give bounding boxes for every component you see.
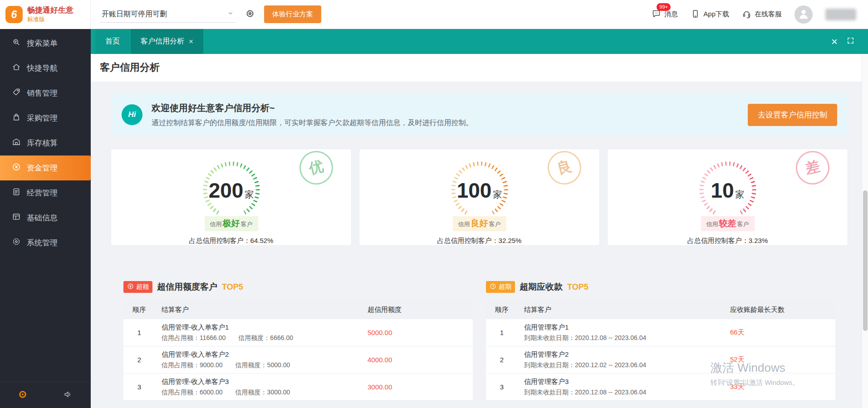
close-tab-icon[interactable]: × <box>189 37 193 46</box>
sidebar-item-label: 基础信息 <box>27 213 58 223</box>
sidebar-item-label: 搜索菜单 <box>27 38 58 49</box>
sidebar-item-purchase-mgmt[interactable]: 采购管理 <box>0 106 91 131</box>
over-credit-tag: 超额 <box>123 281 152 293</box>
page-header: 客户信用分析 <box>91 54 868 82</box>
share-of-controlled-customers: 占总信用控制客户：32.25% <box>437 237 522 245</box>
share-of-controlled-customers: 占总信用控制客户：64.52% <box>189 237 274 245</box>
grade-stamp: 差 <box>792 147 833 188</box>
customer-name: 信用管理-收入单客户1 <box>162 323 364 332</box>
account-set-select[interactable]: 开账日期可停用可删 <box>100 6 236 23</box>
customer-name: 信用管理客户1 <box>524 323 726 332</box>
app-download-button[interactable]: App下载 <box>691 9 729 20</box>
tab-home[interactable]: 首页 <box>95 29 130 54</box>
sidebar-item-basic-info[interactable]: 基础信息 <box>0 205 91 230</box>
fullscreen-icon[interactable] <box>847 37 854 46</box>
table-row[interactable]: 2 信用管理-收入单客户2 信用占用额：9000.00信用额度：5000.00 … <box>123 346 473 374</box>
over-credit-section: 超额 超信用额度客户 TOP5 顺序 结算客户 超信用额度 1 <box>123 281 473 401</box>
table-header-row: 顺序 结算客户 超信用额度 <box>123 300 473 319</box>
count-unit: 家 <box>493 189 502 199</box>
tab-label: 首页 <box>105 37 120 46</box>
purchase-icon <box>12 112 21 124</box>
setup-credit-control-button[interactable]: 去设置客户信用控制 <box>748 104 837 126</box>
online-service-button[interactable]: 在线客服 <box>742 9 782 20</box>
sidebar-item-search-menu[interactable]: 搜索菜单 <box>0 31 91 56</box>
excellent-credit-card: 200家 优 信用极好客户 占总信用控制客户：64.52% <box>111 149 352 246</box>
sales-icon <box>12 87 21 99</box>
hi-avatar: Hi <box>122 104 142 125</box>
search-menu-icon <box>12 38 21 49</box>
quick-nav-icon <box>12 63 21 74</box>
customer-count: 10 <box>711 179 734 202</box>
topbar: 开账日期可停用可删 体验行业方案 99+ 消息 App下载 在线客服 <box>91 0 868 29</box>
tab-customer-credit-analysis[interactable]: 客户信用分析 × <box>131 29 203 54</box>
overdue-tag: 超期 <box>486 281 515 293</box>
share-of-controlled-customers: 占总信用控制客户：3.23% <box>687 237 768 245</box>
app-download-label: App下载 <box>703 10 729 19</box>
table-header-row: 顺序 结算客户 应收账龄最长天数 <box>486 300 835 319</box>
messages-button[interactable]: 99+ 消息 <box>652 9 678 20</box>
top5-label: TOP5 <box>567 282 588 292</box>
sidebar-item-inventory-accounting[interactable]: 库存核算 <box>0 131 91 155</box>
table-row[interactable]: 3 信用管理客户3 到期未收款日期：2020.12.08 -- 2023.06.… <box>486 374 835 401</box>
customer-count: 200 <box>209 179 244 202</box>
welcome-banner: Hi 欢迎使用好生意客户信用分析~ 通过控制结算客户的信用额度/信用期限，可实时… <box>111 93 848 136</box>
user-name-redacted <box>825 9 856 20</box>
speaker-icon <box>63 389 73 401</box>
overdue-days: 66天 <box>726 328 835 337</box>
grade-stamp: 优 <box>296 147 337 188</box>
sidebar-item-label: 系统管理 <box>27 238 58 248</box>
customer-name: 信用管理客户2 <box>524 350 726 359</box>
scrollbar-thumb[interactable] <box>863 190 868 331</box>
sidebar-item-sales-mgmt[interactable]: 销售管理 <box>0 81 91 106</box>
table-row[interactable]: 2 信用管理客户2 到期未收款日期：2020.12.02 -- 2023.06.… <box>486 346 835 374</box>
banner-description: 通过控制结算客户的信用额度/信用期限，可实时掌握客户欠款超期等信用信息，及时进行… <box>152 118 739 128</box>
overdue-days: 33天 <box>726 383 835 391</box>
inventory-icon <box>12 137 21 149</box>
vertical-scrollbar[interactable] <box>862 54 868 408</box>
credit-summary-cards: 200家 优 信用极好客户 占总信用控制客户：64.52% <box>111 149 848 246</box>
count-unit: 家 <box>736 189 745 199</box>
customer-name: 信用管理-收入单客户2 <box>162 350 364 359</box>
overdue-section: 超期 超期应收款 TOP5 顺序 结算客户 应收账龄最长天数 1 <box>486 281 835 401</box>
logo-title: 畅捷通好生意 <box>27 5 74 15</box>
industry-plan-button[interactable]: 体验行业方案 <box>264 5 321 23</box>
grade-stamp: 良 <box>544 147 585 188</box>
avatar[interactable] <box>794 5 813 24</box>
credit-gauge: 200家 <box>195 157 268 214</box>
sidebar-item-funds-mgmt[interactable]: 资金管理 <box>0 155 91 180</box>
table-row[interactable]: 3 信用管理-收入单客户3 信用占用额：6000.00信用额度：3000.00 … <box>123 374 473 401</box>
tabbar-actions: × <box>831 36 868 47</box>
overdue-days: 52天 <box>726 355 835 364</box>
avatar-icon <box>797 7 810 22</box>
clock-icon <box>490 283 496 291</box>
sidebar-footer <box>0 382 91 408</box>
logo-icon: 6 <box>5 6 23 23</box>
logo: 6 畅捷通好生意 标准版 <box>0 0 91 29</box>
system-icon <box>12 237 21 248</box>
gear-icon <box>18 389 28 401</box>
messages-label: 消息 <box>664 10 678 19</box>
over-credit-amount: 5000.00 <box>364 329 473 336</box>
sidebar-item-business-mgmt[interactable]: 经营管理 <box>0 180 91 205</box>
sidebar-item-label: 快捷导航 <box>27 63 58 73</box>
headset-icon <box>742 9 751 20</box>
funds-icon <box>12 162 21 174</box>
sidebar-item-system-mgmt[interactable]: 系统管理 <box>0 230 91 255</box>
sidebar: 6 畅捷通好生意 标准版 搜索菜单 快捷导航 销售管理 采购管理 <box>0 0 91 408</box>
sidebar-item-label: 资金管理 <box>27 163 58 173</box>
base-info-icon <box>12 212 21 223</box>
customer-count: 100 <box>457 179 492 202</box>
settings-icon[interactable] <box>245 9 255 20</box>
sidebar-item-label: 经营管理 <box>27 188 58 198</box>
account-set-value: 开账日期可停用可删 <box>102 10 167 19</box>
poor-credit-card: 10家 差 信用较差客户 占总信用控制客户：3.23% <box>607 149 848 246</box>
sidebar-settings-button[interactable] <box>0 389 45 401</box>
sidebar-sound-button[interactable] <box>45 389 91 401</box>
sidebar-item-label: 销售管理 <box>27 88 58 98</box>
table-row[interactable]: 1 信用管理-收入单客户1 信用占用额：11666.00信用额度：6666.00… <box>123 319 473 346</box>
overdue-title: 超期应收款 <box>520 281 563 293</box>
table-row[interactable]: 1 信用管理客户1 到期未收款日期：2020.12.08 -- 2023.06.… <box>486 319 835 346</box>
count-unit: 家 <box>245 189 254 199</box>
close-all-tabs-icon[interactable]: × <box>831 36 838 47</box>
sidebar-item-quick-nav[interactable]: 快捷导航 <box>0 56 91 81</box>
